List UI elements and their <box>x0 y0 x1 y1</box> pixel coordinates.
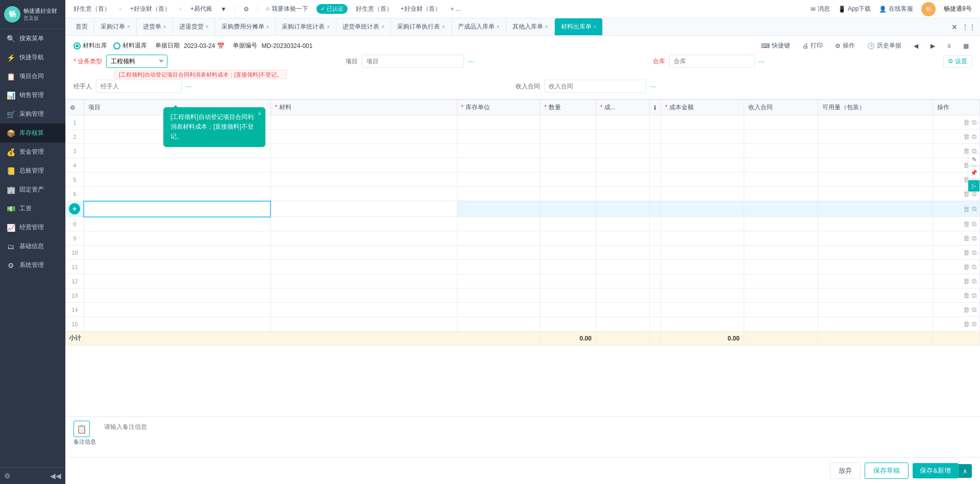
tab-close-product-receipt[interactable]: × <box>497 24 500 30</box>
row-copy-icon[interactable]: ⧉ <box>972 292 976 300</box>
row-copy-icon[interactable]: ⧉ <box>972 306 976 314</box>
side-panel-active-icon[interactable]: ▷ <box>968 180 980 192</box>
row-copy-icon[interactable]: ⧉ <box>972 263 976 271</box>
tab-po-stats[interactable]: 采购订单统计表× <box>276 18 336 35</box>
sidebar-item-ledger[interactable]: 📒 总账管理 <box>0 161 65 180</box>
tab-close-receipt[interactable]: × <box>163 24 166 30</box>
row-delete-icon[interactable]: 🗑 <box>963 263 970 271</box>
radio-material-return[interactable]: 材料退库 <box>113 41 147 50</box>
tab-close-purchase-order[interactable]: × <box>127 24 130 30</box>
topbar-link-agent[interactable]: +易代账 <box>190 5 212 13</box>
row-copy-icon[interactable]: ⧉ <box>972 133 976 141</box>
side-panel-edit-icon[interactable]: ✎ <box>968 153 980 165</box>
row-delete-icon[interactable]: 🗑 <box>963 249 970 256</box>
new-row-col2-input[interactable] <box>274 203 453 214</box>
project-dots[interactable]: ··· <box>468 57 474 65</box>
row-copy-icon[interactable]: ⧉ <box>972 118 976 127</box>
row-delete-icon[interactable]: 🗑 <box>963 234 970 242</box>
sidebar-item-operations[interactable]: 📈 经营管理 <box>0 218 65 237</box>
sidebar-item-basic[interactable]: 🗂 基础信息 <box>0 237 65 256</box>
tooltip-close-btn[interactable]: × <box>258 109 261 119</box>
income-contract-dots[interactable]: ··· <box>650 82 656 90</box>
business-type-select[interactable]: 工程领料 直接领料 <box>106 55 167 68</box>
handler-dots[interactable]: ··· <box>186 82 192 90</box>
row-copy-icon[interactable]: ⧉ <box>972 220 976 228</box>
tabbar-grid-btn[interactable]: ⋮⋮ <box>962 23 976 31</box>
tabbar-close-btn[interactable]: ✕ <box>951 23 958 31</box>
topbar-settings-btn[interactable]: ⚙ <box>243 6 249 13</box>
sidebar-item-project[interactable]: 📋 项目合同 <box>0 67 65 86</box>
row-copy-icon[interactable]: ⧉ <box>972 249 976 257</box>
sidebar-item-purchase[interactable]: 🛒 采购管理 <box>0 105 65 124</box>
card-view-btn[interactable]: ▦ <box>960 41 972 51</box>
prev-btn[interactable]: ◀ <box>911 41 921 51</box>
new-row-col1-input[interactable] <box>87 204 267 214</box>
tab-close-po-exec[interactable]: × <box>442 24 445 30</box>
save-draft-button[interactable]: 保存草稿 <box>865 463 909 479</box>
tab-close-receipt-stats[interactable]: × <box>381 24 384 30</box>
topbar-link-goodfinance[interactable]: +好业财（首） <box>130 5 170 13</box>
tab-other-receipt[interactable]: 其他入库单× <box>506 18 555 35</box>
sidebar-collapse-icon[interactable]: ◀◀ <box>50 472 61 480</box>
tab-po-exec[interactable]: 采购订单执行表× <box>391 18 452 35</box>
warehouse-dots[interactable]: ··· <box>759 57 765 65</box>
handler-input[interactable] <box>96 80 182 93</box>
row-delete-icon[interactable]: 🗑 <box>963 118 970 126</box>
sidebar-item-assets[interactable]: 🏢 固定资产 <box>0 180 65 199</box>
row-delete-icon[interactable]: 🗑 <box>963 306 970 313</box>
row-delete-icon[interactable]: 🗑 <box>963 277 970 285</box>
row-delete-icon[interactable]: 🗑 <box>963 133 970 140</box>
calendar-icon[interactable]: 📅 <box>217 42 225 50</box>
income-contract-input[interactable] <box>544 80 646 93</box>
tab-close-po-stats[interactable]: × <box>327 24 330 30</box>
tab-close-other-receipt[interactable]: × <box>545 24 548 30</box>
warehouse-input[interactable] <box>669 55 755 68</box>
operations-btn[interactable]: ⚙ 操作 <box>832 40 858 52</box>
add-row-btn[interactable]: + <box>69 203 80 214</box>
history-btn[interactable]: 🕒 历史单据 <box>864 40 904 52</box>
topbar-dropdown-icon[interactable]: ▼ <box>220 6 227 13</box>
discard-button[interactable]: 放弃 <box>830 463 861 479</box>
topbar-appdownload-btn[interactable]: 📱 App下载 <box>838 5 871 13</box>
sidebar-item-shortcut[interactable]: ⚡ 快捷导航 <box>0 48 65 67</box>
user-avatar[interactable]: 畅 <box>921 2 936 16</box>
save-new-button[interactable]: 保存&新增 <box>913 463 958 478</box>
row-delete-icon[interactable]: 🗑 <box>963 292 970 299</box>
tab-product-receipt[interactable]: 产成品入库单× <box>452 18 506 35</box>
notes-textarea[interactable] <box>102 421 972 439</box>
tab-close-return[interactable]: × <box>206 24 209 30</box>
row-copy-icon[interactable]: ⧉ <box>972 234 976 243</box>
row-delete-icon[interactable]: 🗑 <box>963 205 970 213</box>
tab-material-issue[interactable]: 材料出库单× <box>555 18 603 35</box>
sidebar-item-finance[interactable]: 💰 资金管理 <box>0 142 65 161</box>
tab-close-material-issue[interactable]: × <box>594 24 597 30</box>
print-btn[interactable]: 🖨 打印 <box>799 40 826 52</box>
tab-return[interactable]: 进退货货× <box>173 18 215 35</box>
sidebar-item-sales[interactable]: 📊 销售管理 <box>0 86 65 105</box>
row-copy-icon[interactable]: ⧉ <box>972 205 976 213</box>
row-delete-icon[interactable]: 🗑 <box>963 220 970 228</box>
side-panel-pin-icon[interactable]: 📌 <box>968 166 980 179</box>
sidebar-item-salary[interactable]: 💵 工资 <box>0 199 65 218</box>
sidebar-item-inventory[interactable]: 📦 库存核算 <box>0 124 65 142</box>
topbar-service-btn[interactable]: 👤 在线客服 <box>879 5 913 13</box>
list-view-btn[interactable]: ≡ <box>944 41 954 51</box>
topbar-trial-btn[interactable]: ○ 我要体验一下 <box>266 5 308 13</box>
row-delete-icon[interactable]: 🗑 <box>963 320 970 328</box>
tab-receipt[interactable]: 进货单× <box>137 18 173 35</box>
topbar-link3[interactable]: +好业财（首） <box>401 5 441 13</box>
sidebar-item-system[interactable]: ⚙ 系统管理 <box>0 256 65 275</box>
tab-close-cost[interactable]: × <box>266 24 270 30</box>
form-settings-btn[interactable]: ⚙ 设置 <box>943 55 972 68</box>
topbar-message-btn[interactable]: ✉ 消息 <box>811 5 830 13</box>
tab-purchase-order[interactable]: 采购订单× <box>94 18 137 35</box>
sidebar-item-search[interactable]: 🔍 搜索菜单 <box>0 29 65 48</box>
topbar-link-goodbiz[interactable]: 好生意（首） <box>74 5 110 13</box>
next-btn[interactable]: ▶ <box>927 41 938 51</box>
project-input[interactable] <box>362 55 464 68</box>
tab-home[interactable]: 首页 <box>69 18 94 35</box>
tab-cost[interactable]: 采购费用分摊单× <box>215 18 276 35</box>
sidebar-settings-icon[interactable]: ⚙ <box>4 472 11 480</box>
tab-receipt-stats[interactable]: 进货单统计表× <box>336 18 391 35</box>
topbar-link2[interactable]: 好生意（首） <box>356 5 393 13</box>
